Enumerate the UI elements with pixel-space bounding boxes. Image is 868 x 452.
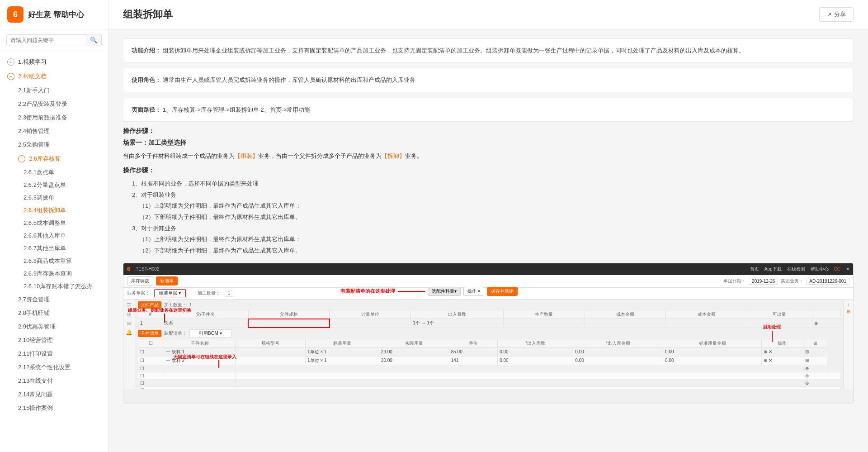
cell-lstdcost2: 0.00 <box>663 356 762 365</box>
main-body: 功能介绍： 组装拆卸单用来处理企业组装或拆卸等加工业务，支持有固定装配清单的产品… <box>108 29 868 452</box>
mock-upper-section-bar: 父件产品 加工数量： 1 <box>138 301 840 309</box>
table-row-lower-5: ☐ ⊕ <box>138 379 840 386</box>
sidebar-item-install[interactable]: 2.2产品安装及登录 <box>0 97 108 111</box>
screenshot-container: 6 TEST-H002 首页 App下载 在线检测 帮助中心 CC ✕ 库存调拨… <box>123 263 854 404</box>
sidebar-item-split-count[interactable]: 2.6.2分量盘点单 <box>0 179 108 191</box>
sidebar-item-cases[interactable]: 2.15操作案例 <box>0 401 108 415</box>
sidebar-item-assembly[interactable]: 2.6.4组装拆卸单 <box>0 204 108 217</box>
mock-qty-val[interactable]: 1 <box>225 290 234 297</box>
cell-lexp1[interactable]: ⊞ <box>803 347 827 356</box>
mock-body: ☰ ⊞ ✉ 🔔 父件产品 加工数量： 1 <box>123 300 853 389</box>
scene1-title: 场景一：加工类型选择 <box>123 139 854 147</box>
intro-section: 功能介绍： 组装拆卸单用来处理企业组装或拆卸等加工业务，支持有固定装配清单的产品… <box>123 38 854 62</box>
col-expand: ⊞ <box>803 339 827 347</box>
annotation4-area: 无固定清单可在组线在这里录入 <box>173 352 236 368</box>
mock-btn-add[interactable]: 新增单 <box>156 276 178 285</box>
col-actions <box>812 310 840 319</box>
mock-nav5: CC <box>834 266 840 271</box>
cell-lactual2: 30.00 <box>379 356 449 365</box>
col-in-cost: *出入库金额 <box>573 339 663 347</box>
cell-check4[interactable]: ☐ <box>138 372 164 379</box>
cell-lact4[interactable]: ⊕ <box>803 372 827 379</box>
mock-upper-table: # 父/子件名 父件规格 计量单位 出入量数 生产数量 成本金额 成本金额 可出 <box>138 310 840 328</box>
sidebar-item-sales[interactable]: 2.4销售管理 <box>0 124 108 138</box>
sidebar-item-mobile[interactable]: 2.8手机旺铺 <box>0 306 108 320</box>
sidebar-item-purchase[interactable]: 2.5采购管理 <box>0 138 108 152</box>
sidebar-item-other-in[interactable]: 2.6.6其他入库单 <box>0 229 108 242</box>
cell-check2[interactable]: ☐ <box>138 356 164 365</box>
sidebar-item-goods-cost[interactable]: 2.6.8商品成本重算 <box>0 255 108 267</box>
sidebar-item-stock-err[interactable]: 2.6.10库存账本错了怎么办 <box>0 280 108 293</box>
sidebar: 6 好生意 帮助中心 🔍 + 1.视频学习 − 2.帮助文档 2.1新手入门 2… <box>0 0 108 452</box>
mock-nav3: 在线检测 <box>787 266 805 272</box>
step3: 3、对于拆卸业务 <box>132 223 854 234</box>
sidebar-item-print[interactable]: 2.11打印设置 <box>0 347 108 361</box>
sidebar-item-new[interactable]: 2.1新手入门 <box>0 84 108 97</box>
cell-lact1[interactable]: ⊕ ✕ <box>762 347 803 356</box>
sidebar-item-other-out[interactable]: 2.6.7其他出库单 <box>0 242 108 255</box>
cell-check5[interactable]: ☐ <box>138 379 164 386</box>
cell-lname4 <box>164 372 235 379</box>
cell-empty6 <box>236 386 803 389</box>
sidebar-item-video[interactable]: + 1.视频学习 <box>0 55 108 69</box>
logo-area: 6 好生意 帮助中心 <box>0 0 108 29</box>
annotation3-area: 启用处理 <box>763 324 781 342</box>
step2-sub2: （2）下部明细为子件明细，最终作为原材料生成其它出库单。 <box>139 212 854 223</box>
sidebar-item-cost[interactable]: 2.6.5成本调整单 <box>0 217 108 229</box>
mock-billno-label: 集团业务： <box>781 278 803 284</box>
sidebar-item-inventory-label: 2.6库存核算 <box>29 155 61 163</box>
cell-check1[interactable]: ☐ <box>138 347 164 356</box>
sidebar-item-count[interactable]: 2.6.1盘点单 <box>0 166 108 179</box>
cell-cost1 <box>585 319 666 328</box>
mock-date-val: 2019-12-26 <box>749 278 778 285</box>
mock-lower-label: 子件清单 <box>138 330 161 337</box>
table-row: 1 关系 1个 → 1个 <box>138 319 840 328</box>
cell-check6[interactable]: ☐ <box>138 386 164 389</box>
mock-btn-new[interactable]: 库存调拨 <box>127 276 153 285</box>
mock-biztype-label: 业务单据： <box>127 290 150 296</box>
cell-empty4 <box>236 372 803 379</box>
search-bar[interactable]: 🔍 <box>0 29 108 51</box>
cell-lexp2[interactable]: ⊞ <box>803 356 827 365</box>
mock-biztype-val[interactable]: 组装单据 ▾ <box>154 289 186 297</box>
sidebar-item-online-pay[interactable]: 2.13在线支付 <box>0 374 108 388</box>
cell-lstd1: 1单位 × 1 <box>306 347 379 356</box>
cell-lexp3 <box>827 365 840 372</box>
step2-sub1: （1）上部明细为父件明细，最终作为产成品生成其它入库单； <box>139 200 854 212</box>
sidebar-item-faq[interactable]: 2.14常见问题 <box>0 388 108 401</box>
cell-lact3[interactable]: ⊕ <box>803 365 827 372</box>
mock-btn-dispatch[interactable]: 选配件料量▾ <box>428 287 461 296</box>
cell-lact2[interactable]: ⊕ ✕ <box>762 356 803 365</box>
logo-text: 好生意 帮助中心 <box>28 10 84 20</box>
cell-lincost2: 0.00 <box>573 356 663 365</box>
mock-lower-section-bar: 子件清单 装配清单： 引用BOM ▾ <box>138 329 840 338</box>
cell-lact6[interactable]: ⊕ <box>803 386 827 389</box>
sidebar-item-adjust[interactable]: 2.6.3调拨单 <box>0 191 108 204</box>
sidebar-item-docs[interactable]: − 2.帮助文档 <box>0 69 108 84</box>
sidebar-item-custom[interactable]: 2.12系统个性化设置 <box>0 361 108 374</box>
mock-btn-save[interactable]: 保存并新建 <box>487 287 518 296</box>
sidebar-item-inventory[interactable]: − 2.6库存核算 <box>0 152 108 166</box>
intro-text: 组装拆卸单用来处理企业组装或拆卸等加工业务，支持有固定装配清单的产品加工业务，也… <box>163 47 745 54</box>
mock-qty-label: 加工数量： <box>198 290 220 296</box>
sidebar-item-ops[interactable]: 2.10经营管理 <box>0 333 108 347</box>
cell-action[interactable]: ⊕ <box>812 319 840 328</box>
mock-nav2: App下载 <box>764 266 782 272</box>
sidebar-item-data[interactable]: 2.3使用前数据准备 <box>0 111 108 124</box>
mock-company: TEST-H002 <box>136 266 159 271</box>
mock-btn-more[interactable]: 操作 ▾ <box>463 287 484 296</box>
cell-lstd2: 1单位 × 1 <box>306 356 379 365</box>
share-button[interactable]: ↗ 分享 <box>819 7 854 22</box>
search-button[interactable]: 🔍 <box>86 34 102 46</box>
annotation2-text: 组装业务、拆卸业务在这里切换 <box>128 308 191 313</box>
sidebar-item-finance[interactable]: 2.7资金管理 <box>0 293 108 306</box>
share-label: 分享 <box>834 10 846 19</box>
mock-bom-select[interactable]: 引用BOM ▾ <box>189 329 231 338</box>
cell-lact5[interactable]: ⊕ <box>803 379 827 386</box>
col-std-qty: 标准用量 <box>306 339 379 347</box>
cell-check3[interactable]: ☐ <box>138 365 164 372</box>
cell-lunit2: 141 <box>449 356 498 365</box>
sidebar-item-stock-check[interactable]: 2.6.9库存账本查询 <box>0 267 108 280</box>
search-input[interactable] <box>6 34 86 46</box>
sidebar-item-coupon[interactable]: 2.9优惠券管理 <box>0 320 108 333</box>
